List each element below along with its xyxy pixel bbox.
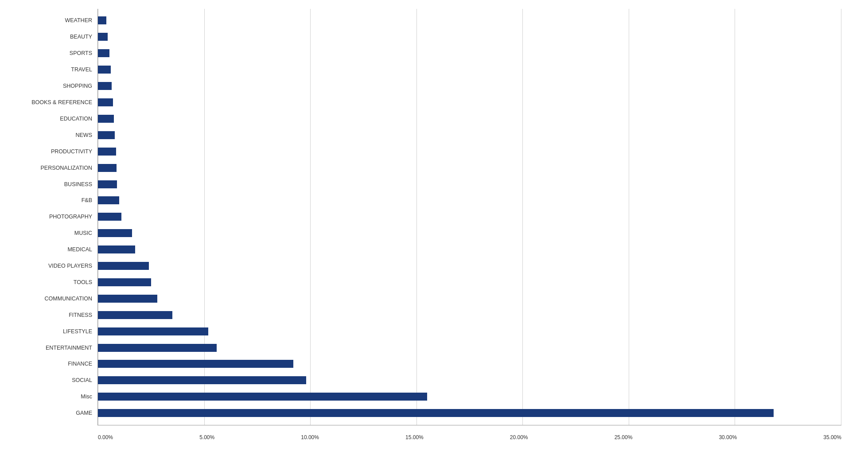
y-label: FITNESS bbox=[3, 309, 96, 321]
bars-wrapper bbox=[98, 9, 841, 425]
bar bbox=[98, 393, 427, 401]
bar-row bbox=[98, 64, 841, 75]
bar bbox=[98, 360, 293, 368]
y-label: ENTERTAINMENT bbox=[3, 342, 96, 354]
y-label: PERSONALIZATION bbox=[3, 162, 96, 174]
bar bbox=[98, 66, 111, 74]
bar-row bbox=[98, 326, 841, 337]
x-axis-labels: 0.00%5.00%10.00%15.00%20.00%25.00%30.00%… bbox=[98, 434, 841, 440]
x-axis-label: 15.00% bbox=[405, 434, 424, 440]
y-label: GAME bbox=[3, 407, 96, 419]
bar bbox=[98, 131, 115, 139]
chart-area: WEATHERBEAUTYSPORTSTRAVELSHOPPINGBOOKS &… bbox=[97, 9, 841, 425]
y-axis-labels: WEATHERBEAUTYSPORTSTRAVELSHOPPINGBOOKS &… bbox=[3, 9, 96, 425]
bar-row bbox=[98, 129, 841, 141]
bar-row bbox=[98, 146, 841, 157]
bar bbox=[98, 33, 108, 41]
y-label: PRODUCTIVITY bbox=[3, 146, 96, 157]
bar bbox=[98, 344, 217, 352]
y-label: BEAUTY bbox=[3, 31, 96, 43]
x-axis-label: 10.00% bbox=[301, 434, 319, 440]
bar-row bbox=[98, 358, 841, 370]
bar bbox=[98, 311, 172, 319]
bar bbox=[98, 98, 113, 106]
y-label: COMMUNICATION bbox=[3, 293, 96, 304]
bar-row bbox=[98, 195, 841, 206]
y-label: BOOKS & REFERENCE bbox=[3, 97, 96, 108]
bar-row bbox=[98, 260, 841, 272]
bar bbox=[98, 196, 119, 204]
bar bbox=[98, 82, 112, 90]
y-label: EDUCATION bbox=[3, 113, 96, 125]
bar-row bbox=[98, 407, 841, 419]
y-label: MUSIC bbox=[3, 227, 96, 239]
bar-row bbox=[98, 244, 841, 255]
bar bbox=[98, 49, 109, 57]
bar bbox=[98, 327, 208, 335]
bar bbox=[98, 262, 149, 270]
bar-row bbox=[98, 179, 841, 190]
bar bbox=[98, 164, 117, 172]
bar-row bbox=[98, 47, 841, 59]
x-axis-label: 20.00% bbox=[510, 434, 528, 440]
chart-container: WEATHERBEAUTYSPORTSTRAVELSHOPPINGBOOKS &… bbox=[0, 0, 868, 452]
bar-row bbox=[98, 31, 841, 43]
bar bbox=[98, 148, 116, 156]
y-label: PHOTOGRAPHY bbox=[3, 211, 96, 222]
bar bbox=[98, 409, 774, 417]
x-axis-label: 30.00% bbox=[719, 434, 737, 440]
bar-row bbox=[98, 15, 841, 26]
y-label: MEDICAL bbox=[3, 244, 96, 255]
bar-row bbox=[98, 391, 841, 402]
bar bbox=[98, 115, 114, 123]
y-label: TOOLS bbox=[3, 277, 96, 288]
y-label: SHOPPING bbox=[3, 80, 96, 92]
bar-row bbox=[98, 277, 841, 288]
x-axis-label: 5.00% bbox=[199, 434, 214, 440]
bar-row bbox=[98, 293, 841, 304]
y-label: SPORTS bbox=[3, 47, 96, 59]
bar bbox=[98, 16, 106, 24]
bar-row bbox=[98, 309, 841, 321]
bar-row bbox=[98, 162, 841, 174]
bar bbox=[98, 245, 135, 253]
bar bbox=[98, 295, 157, 303]
y-label: WEATHER bbox=[3, 15, 96, 26]
bar-row bbox=[98, 227, 841, 239]
y-label: NEWS bbox=[3, 129, 96, 141]
bar bbox=[98, 278, 151, 286]
y-label: TRAVEL bbox=[3, 64, 96, 75]
bar-row bbox=[98, 113, 841, 125]
bar bbox=[98, 213, 121, 221]
bar-row bbox=[98, 374, 841, 386]
bar bbox=[98, 376, 306, 384]
x-axis-label: 25.00% bbox=[615, 434, 633, 440]
bar-row bbox=[98, 80, 841, 92]
y-label: BUSINESS bbox=[3, 179, 96, 190]
y-label: FINANCE bbox=[3, 358, 96, 370]
bar-row bbox=[98, 211, 841, 222]
y-label: F&B bbox=[3, 195, 96, 206]
bar-row bbox=[98, 97, 841, 108]
x-axis-label: 0.00% bbox=[98, 434, 113, 440]
y-label: LIFESTYLE bbox=[3, 326, 96, 337]
bar bbox=[98, 229, 132, 237]
bar-row bbox=[98, 342, 841, 354]
y-label: Misc bbox=[3, 391, 96, 402]
bar bbox=[98, 180, 117, 188]
y-label: VIDEO PLAYERS bbox=[3, 260, 96, 272]
y-label: SOCIAL bbox=[3, 374, 96, 386]
x-axis-label: 35.00% bbox=[823, 434, 841, 440]
